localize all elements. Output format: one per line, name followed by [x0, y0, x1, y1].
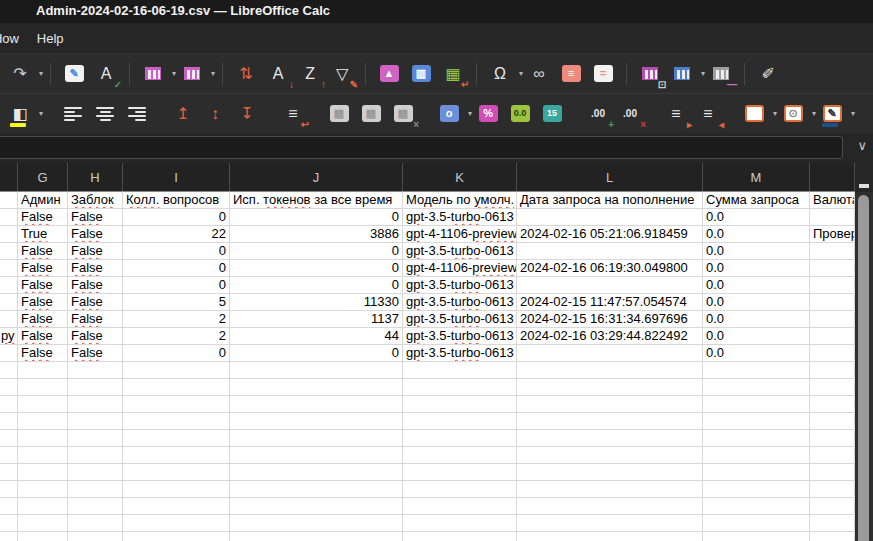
background-color-icon-dropdown-arrow[interactable]: ▾: [39, 109, 43, 118]
align-top-icon[interactable]: ↥: [171, 100, 195, 128]
formula-input[interactable]: [0, 136, 843, 159]
cell[interactable]: [0, 243, 18, 260]
cell[interactable]: False: [68, 311, 123, 328]
cell[interactable]: [703, 464, 810, 481]
cell[interactable]: [703, 413, 810, 430]
currency-format-icon[interactable]: o: [437, 100, 461, 128]
delete-decimal-place-icon[interactable]: .00×: [618, 100, 642, 128]
cell[interactable]: [123, 481, 230, 498]
cell[interactable]: False: [68, 209, 123, 226]
cell[interactable]: False: [68, 294, 123, 311]
autofilter-icon[interactable]: ▽✎: [330, 60, 354, 88]
cell[interactable]: Дата запроса на пополнение: [517, 192, 703, 209]
cell[interactable]: False: [18, 260, 68, 277]
cell[interactable]: [18, 481, 68, 498]
cell[interactable]: Провери: [810, 226, 855, 243]
cell[interactable]: False: [18, 345, 68, 362]
date-format-icon[interactable]: 15: [540, 100, 564, 128]
cell[interactable]: [403, 430, 517, 447]
insert-columns-icon-dropdown-arrow[interactable]: ▾: [211, 69, 215, 78]
cell[interactable]: [403, 379, 517, 396]
cell[interactable]: Валюта: [810, 192, 855, 209]
cell[interactable]: Колл. вопросов: [123, 192, 230, 209]
cell[interactable]: [0, 447, 18, 464]
special-character-icon-dropdown-arrow[interactable]: ▾: [519, 69, 523, 78]
currency-format-icon-dropdown-arrow[interactable]: ▾: [468, 109, 472, 118]
column-header-L[interactable]: L: [517, 163, 703, 191]
auto-spellcheck-icon[interactable]: A✓: [94, 60, 118, 88]
cell[interactable]: [517, 498, 703, 515]
cell[interactable]: [0, 379, 18, 396]
cell[interactable]: 44: [230, 328, 403, 345]
cell[interactable]: 0: [123, 260, 230, 277]
cell[interactable]: [0, 294, 18, 311]
column-header-stub[interactable]: [810, 163, 855, 191]
cell[interactable]: [68, 532, 123, 541]
cell[interactable]: 2: [123, 311, 230, 328]
cell[interactable]: [68, 498, 123, 515]
cell[interactable]: [810, 260, 855, 277]
cell[interactable]: [68, 413, 123, 430]
cell[interactable]: [703, 498, 810, 515]
cell[interactable]: 0: [123, 243, 230, 260]
cell[interactable]: [123, 362, 230, 379]
cell[interactable]: 0.0: [703, 209, 810, 226]
cell[interactable]: gpt-3.5-turbo-0613: [403, 243, 517, 260]
cell[interactable]: ру: [0, 328, 18, 345]
cell[interactable]: [68, 515, 123, 532]
center-vertically-icon[interactable]: ↕: [203, 100, 227, 128]
cell[interactable]: [230, 515, 403, 532]
cell[interactable]: [703, 379, 810, 396]
cell[interactable]: [703, 515, 810, 532]
cell[interactable]: [68, 379, 123, 396]
cell[interactable]: [703, 430, 810, 447]
cell[interactable]: 2024-02-16 03:29:44.822492: [517, 328, 703, 345]
cell[interactable]: [0, 362, 18, 379]
cell[interactable]: gpt-3.5-turbo-0613: [403, 328, 517, 345]
cell[interactable]: 0.0: [703, 328, 810, 345]
cell[interactable]: [18, 532, 68, 541]
cell[interactable]: [810, 277, 855, 294]
print-area-icon[interactable]: ⊡: [638, 60, 662, 88]
insert-rows-icon-dropdown-arrow[interactable]: ▾: [172, 69, 176, 78]
column-header-I[interactable]: I: [123, 163, 230, 191]
align-bottom-icon[interactable]: ↧: [235, 100, 259, 128]
cell[interactable]: gpt-3.5-turbo-0613: [403, 209, 517, 226]
cell[interactable]: [810, 362, 855, 379]
cell[interactable]: 2: [123, 328, 230, 345]
insert-chart-icon[interactable]: ▥: [409, 60, 433, 88]
cell[interactable]: 22: [123, 226, 230, 243]
menu-item-help[interactable]: Help: [28, 27, 73, 50]
cell[interactable]: [123, 447, 230, 464]
border-color-icon-dropdown-arrow[interactable]: ▾: [851, 109, 855, 118]
decrease-indent-icon[interactable]: ≡◂: [696, 100, 720, 128]
cell[interactable]: [18, 515, 68, 532]
cell[interactable]: Исп. токенов за все время: [230, 192, 403, 209]
cell[interactable]: Админ: [18, 192, 68, 209]
redo-icon-dropdown-arrow[interactable]: ▾: [39, 69, 43, 78]
cell[interactable]: [810, 430, 855, 447]
cell[interactable]: [123, 532, 230, 541]
column-header-H[interactable]: H: [68, 163, 123, 191]
cell[interactable]: [517, 345, 703, 362]
column-header-M[interactable]: M: [703, 163, 810, 191]
cell[interactable]: [68, 430, 123, 447]
cell[interactable]: [810, 379, 855, 396]
headers-footers-icon[interactable]: =: [591, 60, 615, 88]
cell[interactable]: 0: [230, 209, 403, 226]
cell[interactable]: [810, 413, 855, 430]
cell[interactable]: 0: [123, 209, 230, 226]
cell[interactable]: [703, 481, 810, 498]
cell[interactable]: [0, 311, 18, 328]
scrollbar-thumb[interactable]: [858, 195, 869, 541]
cell[interactable]: [403, 362, 517, 379]
cell[interactable]: gpt-3.5-turbo-0613: [403, 294, 517, 311]
cell[interactable]: [230, 447, 403, 464]
cell[interactable]: False: [18, 328, 68, 345]
menu-item-window[interactable]: dow: [0, 27, 28, 50]
borders-icon-dropdown-arrow[interactable]: ▾: [773, 109, 777, 118]
scroll-up-icon[interactable]: [859, 184, 869, 188]
freeze-panes-icon[interactable]: [670, 60, 694, 88]
cell[interactable]: False: [68, 277, 123, 294]
border-style-icon[interactable]: ⊙: [781, 100, 805, 128]
